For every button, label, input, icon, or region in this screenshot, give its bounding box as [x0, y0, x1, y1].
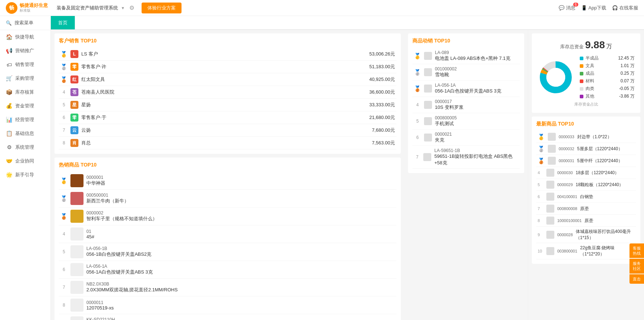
left-panel: 客户销售 TOP10 🥇 L LS 客户 53,006.26元	[51, 30, 404, 320]
hot-medal-1: 🥇	[60, 177, 68, 184]
new-product-7: 7 000800008 原垄	[536, 203, 636, 215]
experience-button[interactable]: 体验行业方案	[142, 3, 182, 13]
app-download-button[interactable]: 📱 App下载	[581, 5, 606, 11]
chart-legend: 半成品 12.45 万 文具 1.01 万 成品 0	[580, 55, 635, 99]
customer-name-3: 红太阳文具	[81, 76, 366, 83]
customer-rank-3: 🥉 红 红太阳文具 40,925.00元	[59, 73, 396, 86]
sidebar-label-marketing: 营销推广	[15, 48, 34, 54]
settings-icon[interactable]: ⚙	[129, 4, 134, 11]
legend-dot-2	[580, 72, 583, 75]
trending-medal-3: 🥉	[414, 85, 421, 92]
customer-name-2: 零售客户·许	[81, 63, 366, 70]
legend-item-5: 其他 -3.86 万	[580, 93, 635, 99]
hot-product-info-7: NB2.0X30B 2.0X30MM双搓花轴,搓花直径2.1MM/ROHS	[86, 282, 178, 293]
trending-img-1	[424, 52, 432, 60]
legend-item-3: 材料 0.07 万	[580, 78, 635, 84]
system-dropdown-icon[interactable]: ▼	[121, 6, 125, 10]
customer-value-8: 7,563.00元	[372, 140, 395, 146]
app-download-label: App下载	[588, 5, 606, 11]
legend-item-1: 文具 1.01 万	[580, 63, 635, 69]
chart-label: 库存资金占比	[538, 102, 635, 107]
purchase-icon: 🛒	[6, 75, 12, 82]
sidebar-item-cooperation[interactable]: 🤝 企业协同	[0, 154, 50, 168]
sidebar-item-purchase[interactable]: 🛒 采购管理	[0, 71, 50, 85]
hot-product-3: 🥉 0000002 智利车子里（规格不知道填什么）	[59, 208, 396, 225]
trending-6: 6 0000021 夹克	[412, 130, 520, 146]
hot-product-img-2	[70, 192, 83, 205]
new-product-10: 10 003800001 22g鱼豆腐·烧烤味（1*12*20）	[536, 243, 636, 259]
hot-product-2: 🥈 000500001 新西兰牛肉（新牛）	[59, 190, 396, 208]
float-direct[interactable]: 直击	[629, 274, 644, 284]
customer-badge-2: 零	[70, 63, 78, 71]
tab-home-label: 首页	[58, 20, 68, 26]
customer-badge-1: L	[70, 50, 78, 58]
trending-7: 7 LA-59651-1B 59651-1B旋转投影灯电池盒 ABS黑色+58克	[412, 146, 520, 169]
sidebar-item-base-info[interactable]: 📋 基础信息	[0, 127, 50, 140]
main-scroll-content: 客户销售 TOP10 🥇 L LS 客户 53,006.26元	[51, 30, 644, 320]
sidebar-item-quick-nav[interactable]: 🏠 快捷导航	[0, 30, 50, 44]
medal-bronze-3: 🥉	[60, 76, 68, 83]
sidebar-item-inventory[interactable]: 📦 库存核算	[0, 85, 50, 99]
np-icon-6	[546, 193, 554, 201]
hot-product-info-2: 000500001 新西兰牛肉（新牛）	[86, 193, 129, 204]
trending-3: 🥉 LA-056-1A 056-1A白色按键开关盖ABS 3克	[412, 81, 520, 97]
customer-value-3: 40,925.00元	[369, 76, 395, 83]
tab-bar: 首页	[51, 16, 644, 30]
online-service-button[interactable]: 🎧 在线客服	[612, 5, 638, 11]
legend-item-4: 肉类 -0.05 万	[580, 86, 635, 92]
customer-value-4: 36,600.00元	[369, 89, 395, 95]
legend-dot-1	[580, 64, 583, 68]
hot-product-info-4: 01 45#	[86, 229, 94, 239]
sidebar-item-finance[interactable]: 💰 资金管理	[0, 99, 50, 113]
inventory-total-value: 9.88	[585, 39, 605, 50]
sidebar-label-operation: 经营管理	[15, 116, 34, 123]
customer-badge-5: 星	[70, 101, 78, 109]
sidebar: 🔍 搜索菜单 🏠 快捷导航 📢 营销推广 🏷 销售管理 🛒 采购管理 📦 库存核…	[0, 16, 51, 320]
sidebar-item-newcomer[interactable]: 🌟 新手引导	[0, 168, 50, 182]
sidebar-item-sys-mgmt[interactable]: ⚙ 系统管理	[0, 140, 50, 154]
trending-img-4	[424, 101, 432, 109]
float-service-community[interactable]: 服务 社区	[629, 259, 644, 274]
customer-value-6: 21,680.00元	[369, 114, 395, 121]
top-bar: 畅 畅捷通好生意 标准版 装备及固定资产辅助管理系统 ▼ ⚙ 体验行业方案 💬 …	[0, 0, 644, 16]
inventory-card: 库存总资金 9.88 万	[532, 33, 640, 113]
messages-button[interactable]: 💬 消息 6	[559, 5, 575, 11]
new-product-1: 🥇 0000033 封边带（1.0*22）	[536, 131, 636, 143]
sidebar-item-operation[interactable]: 📊 经营管理	[0, 113, 50, 127]
legend-item-2: 成品 0.25 万	[580, 70, 635, 77]
hot-products-card: 热销商品 TOP10 🥇 0000001 中华神器	[54, 157, 401, 320]
tab-home[interactable]: 首页	[51, 16, 75, 29]
hot-product-info-3: 0000002 智利车子里（规格不知道填什么）	[86, 210, 157, 222]
product-trending-card: 商品动销 TOP10 🥇 LA-089 电池盖 LA-089 ABS本色+黑种 …	[408, 33, 524, 173]
float-customer-service[interactable]: 客服 热线	[629, 243, 644, 258]
np-medal-3: 🥉	[538, 157, 545, 164]
hot-product-1: 🥇 0000001 中华神器	[59, 172, 396, 190]
hot-product-info-8: 0000011 12070519-xs	[86, 300, 114, 311]
hot-products-title: 热销商品 TOP10	[59, 162, 396, 168]
hot-medal-2: 🥈	[60, 195, 68, 202]
customer-name-8: 肖总	[81, 140, 369, 146]
home-icon: 🏠	[6, 34, 12, 40]
search-icon: 🔍	[6, 20, 12, 26]
content-area: 首页 客户销售 TOP10 🥇 L	[51, 16, 644, 320]
trending-img-2	[424, 68, 432, 76]
new-product-9: 9 0000028 体城嘉枝味苏打饮品400毫升（1*15）	[536, 227, 636, 243]
hot-product-img-4	[70, 227, 83, 241]
operation-icon: 📊	[6, 116, 12, 123]
customer-rank-4: 4 苍 苍南县人民医院 36,600.00元	[59, 86, 396, 99]
sidebar-item-sales[interactable]: 🏷 销售管理	[0, 58, 50, 71]
customer-rank-2: 🥈 零 零售客户·许 51,183.00元	[59, 61, 396, 73]
cooperation-icon: 🤝	[6, 158, 12, 164]
search-menu-label: 搜索菜单	[15, 20, 33, 26]
np-icon-10	[546, 247, 554, 255]
svg-point-5	[546, 68, 565, 87]
logo-icon: 畅	[6, 2, 17, 14]
finance-icon: 💰	[6, 103, 12, 109]
customer-rank-6: 6 零 零售客户·于 21,680.00元	[59, 111, 396, 124]
legend-item-0: 半成品 12.45 万	[580, 55, 635, 61]
sidebar-item-marketing[interactable]: 📢 营销推广	[0, 44, 50, 58]
search-menu-item[interactable]: 🔍 搜索菜单	[0, 16, 50, 30]
trending-4: 4 0000017 10S 变料罗浆	[412, 97, 520, 113]
base-info-icon: 📋	[6, 130, 12, 137]
customer-value-1: 53,006.26元	[369, 51, 395, 57]
